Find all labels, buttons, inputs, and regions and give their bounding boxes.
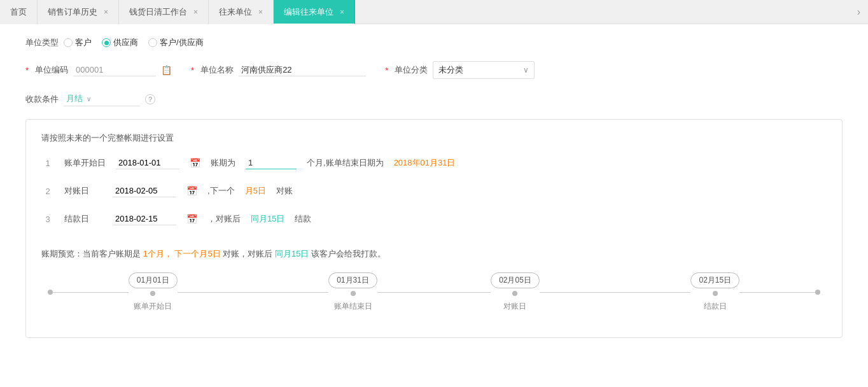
unit-code-calendar-icon[interactable]: 📋 bbox=[161, 65, 172, 75]
row-3-num: 3 bbox=[41, 215, 54, 224]
setting-row-1: 1 账单开始日 📅 账期为 个月,账单结束日期为 2018年01月31日 bbox=[41, 157, 827, 169]
unit-name-input[interactable] bbox=[239, 64, 366, 76]
timeline-node-4-label: 结款日 bbox=[704, 301, 727, 312]
close-cash-work-icon[interactable]: × bbox=[193, 8, 198, 16]
preview-part5: 该客户会给我打款。 bbox=[311, 249, 386, 258]
unit-name-group: * 单位名称 bbox=[191, 64, 366, 76]
unit-category-value: 未分类 bbox=[438, 64, 463, 76]
unit-code-group: * 单位编码 📋 bbox=[25, 64, 172, 76]
radio-group: 客户 供应商 客户/供应商 bbox=[64, 37, 204, 48]
timeline: 01月01日 账单开始日 01月31日 账单结束日 02月05日 对账日 bbox=[41, 272, 827, 312]
radio-supplier-label: 供应商 bbox=[113, 37, 138, 48]
payment-help-icon[interactable]: ? bbox=[145, 94, 155, 104]
timeline-node-4-badge: 02月15日 bbox=[690, 272, 739, 288]
unit-type-label: 单位类型 bbox=[25, 37, 59, 48]
tab-cash-work-label: 钱货日清工作台 bbox=[129, 6, 187, 18]
settings-title: 请按照未来的一个完整帐期进行设置 bbox=[41, 132, 827, 144]
tab-home[interactable]: 首页 bbox=[0, 0, 38, 24]
row-2-label: 对账日 bbox=[64, 185, 102, 197]
tab-edit-partner-label: 编辑往来单位 bbox=[284, 6, 333, 18]
radio-customer[interactable]: 客户 bbox=[64, 37, 92, 48]
preview-label: 账期预览：当前客户账期是 bbox=[41, 249, 141, 258]
payment-date-calendar-icon[interactable]: 📅 bbox=[186, 214, 197, 224]
timeline-node-4-dot bbox=[713, 291, 718, 296]
reconcile-date-calendar-icon[interactable]: 📅 bbox=[186, 186, 197, 196]
tab-home-label: 首页 bbox=[10, 6, 27, 18]
category-dropdown-arrow-icon: ∨ bbox=[523, 66, 529, 74]
unit-code-label: 单位编码 bbox=[35, 64, 68, 76]
payment-row: 收款条件 月结 ∨ ? bbox=[25, 92, 843, 106]
unit-type-row: 单位类型 客户 供应商 客户/供应商 bbox=[25, 37, 843, 48]
setting-row-3: 3 结款日 📅 ，对账后 同月15日 结款 bbox=[41, 213, 827, 225]
unit-name-required: * bbox=[191, 66, 194, 75]
preview-section: 账期预览：当前客户账期是 1个月， 下一个月5日 对账，对账后 同月15日 该客… bbox=[41, 241, 827, 325]
reconcile-date-input[interactable] bbox=[113, 185, 176, 197]
radio-supplier-circle bbox=[102, 38, 111, 47]
settings-box: 请按照未来的一个完整帐期进行设置 1 账单开始日 📅 账期为 个月,账单结束日期… bbox=[25, 119, 843, 338]
payment-label: 收款条件 bbox=[25, 94, 59, 105]
payment-dropdown[interactable]: 月结 ∨ bbox=[64, 92, 140, 106]
tab-bar: 首页 销售订单历史 × 钱货日清工作台 × 往来单位 × 编辑往来单位 × › bbox=[0, 0, 868, 24]
radio-customer-circle bbox=[64, 38, 73, 47]
tab-cash-work[interactable]: 钱货日清工作台 × bbox=[119, 0, 209, 24]
tab-partner[interactable]: 往来单位 × bbox=[209, 0, 274, 24]
timeline-node-2-label: 账单结束日 bbox=[334, 301, 372, 312]
row-1-label: 账单开始日 bbox=[64, 157, 106, 169]
tab-expand-icon[interactable]: › bbox=[850, 6, 868, 18]
timeline-segment-2 bbox=[377, 292, 491, 293]
close-partner-icon[interactable]: × bbox=[258, 8, 263, 16]
radio-supplier[interactable]: 供应商 bbox=[102, 37, 138, 48]
payment-highlight: 同月15日 bbox=[251, 213, 284, 225]
row-1-period-label: 账期为 bbox=[211, 157, 235, 169]
timeline-node-3-badge: 02月05日 bbox=[491, 272, 540, 288]
timeline-node-1-dot bbox=[150, 291, 155, 296]
row-3-label: 结款日 bbox=[64, 213, 102, 225]
unit-code-input[interactable] bbox=[73, 64, 156, 76]
timeline-node-4: 02月15日 结款日 bbox=[690, 272, 739, 312]
start-date-calendar-icon[interactable]: 📅 bbox=[190, 158, 200, 168]
preview-part4: 同月15日 bbox=[275, 249, 309, 258]
unit-info-row: * 单位编码 📋 * 单位名称 * 单位分类 未分类 ∨ bbox=[25, 61, 843, 79]
timeline-node-2: 01月31日 账单结束日 bbox=[328, 272, 377, 312]
unit-category-group: * 单位分类 未分类 ∨ bbox=[385, 61, 535, 79]
row-3-prefix: ，对账后 bbox=[207, 213, 241, 225]
timeline-segment-0 bbox=[53, 292, 129, 293]
timeline-segment-1 bbox=[178, 292, 329, 293]
main-content: 单位类型 客户 供应商 客户/供应商 * 单位编码 bbox=[0, 24, 868, 387]
payment-dropdown-arrow-icon: ∨ bbox=[87, 95, 91, 102]
tab-edit-partner[interactable]: 编辑往来单位 × bbox=[274, 0, 355, 24]
timeline-end-dot bbox=[815, 290, 820, 295]
radio-both-label: 客户/供应商 bbox=[160, 37, 204, 48]
billing-end-date: 2018年01月31日 bbox=[394, 157, 456, 169]
start-date-input[interactable] bbox=[116, 157, 179, 169]
timeline-segment-4 bbox=[739, 292, 815, 293]
timeline-node-3: 02月05日 对账日 bbox=[491, 272, 540, 312]
close-sales-history-icon[interactable]: × bbox=[104, 8, 108, 16]
timeline-node-3-label: 对账日 bbox=[503, 301, 526, 312]
payment-date-input[interactable] bbox=[113, 213, 176, 225]
period-input[interactable] bbox=[246, 157, 297, 169]
close-edit-partner-icon[interactable]: × bbox=[340, 8, 344, 16]
reconcile-highlight: 月5日 bbox=[245, 185, 266, 197]
timeline-node-1-badge: 01月01日 bbox=[129, 272, 178, 288]
preview-part3: 对账，对账后 bbox=[223, 249, 272, 258]
radio-both-circle bbox=[148, 38, 157, 47]
preview-part2: 下一个月5日 bbox=[174, 249, 220, 258]
timeline-node-1: 01月01日 账单开始日 bbox=[129, 272, 178, 312]
row-3-suffix: 结款 bbox=[295, 213, 311, 225]
unit-category-dropdown[interactable]: 未分类 ∨ bbox=[433, 61, 535, 79]
row-1-num: 1 bbox=[41, 158, 54, 168]
radio-both[interactable]: 客户/供应商 bbox=[148, 37, 204, 48]
unit-type-group: 单位类型 客户 供应商 客户/供应商 bbox=[25, 37, 204, 48]
preview-part1: 1个月， bbox=[143, 249, 172, 258]
timeline-node-2-badge: 01月31日 bbox=[328, 272, 377, 288]
timeline-start-dot bbox=[48, 290, 53, 295]
tab-sales-history-label: 销售订单历史 bbox=[48, 6, 97, 18]
unit-category-required: * bbox=[385, 66, 388, 75]
radio-customer-label: 客户 bbox=[75, 37, 92, 48]
tab-sales-history[interactable]: 销售订单历史 × bbox=[38, 0, 119, 24]
unit-code-required: * bbox=[25, 66, 29, 75]
tab-partner-label: 往来单位 bbox=[219, 6, 252, 18]
unit-name-label: 单位名称 bbox=[200, 64, 234, 76]
preview-text: 账期预览：当前客户账期是 1个月， 下一个月5日 对账，对账后 同月15日 该客… bbox=[41, 248, 827, 260]
